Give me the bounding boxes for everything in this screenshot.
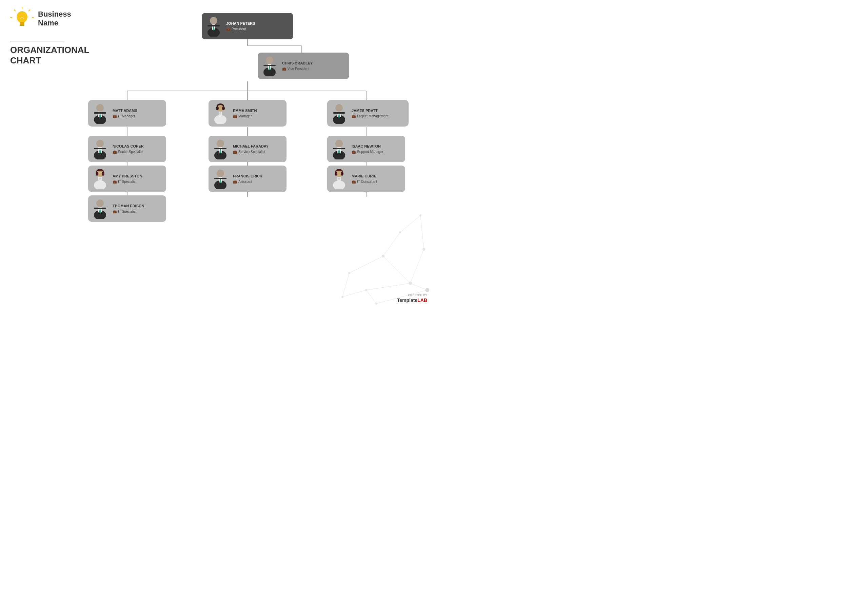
header: BusinessName — [10, 7, 71, 31]
node-info-johan: JOHAN PETERS 💼 President — [226, 21, 288, 31]
node-name-marie: MARIE CURIE — [352, 174, 400, 179]
svg-point-52 — [210, 17, 217, 25]
node-info-emma: EMMA SMITH 💼 Manager — [233, 109, 282, 118]
node-johan: JOHAN PETERS 💼 President — [202, 13, 293, 39]
node-role-isaac: 💼 Support Manager — [352, 150, 400, 154]
svg-point-57 — [266, 57, 273, 64]
avatar-chris — [260, 55, 279, 76]
template-label: Template — [397, 297, 417, 303]
avatar-michael — [211, 138, 229, 159]
svg-point-71 — [222, 106, 225, 110]
avatar-nicolas — [91, 138, 109, 159]
node-francis: FRANCIS CRICK 💼 Asisstant — [209, 166, 287, 192]
briefcase-icon-marie: 💼 — [352, 180, 356, 183]
svg-line-23 — [29, 10, 30, 11]
svg-line-25 — [14, 10, 15, 11]
briefcase-icon-chris: 💼 — [282, 67, 286, 71]
node-isaac: ISAAC NEWTON 💼 Support Manager — [327, 136, 405, 162]
node-info-thoman: THOMAN EDISON 💼 IT Specialist — [113, 204, 161, 213]
node-role-james: 💼 Project Management — [352, 114, 404, 118]
node-role-marie: 💼 IT Consultant — [352, 180, 400, 183]
node-info-matt: MATT ADAMS 💼 IT Manager — [113, 109, 161, 118]
svg-point-99 — [102, 172, 104, 176]
node-role-matt: 💼 IT Manager — [113, 114, 161, 118]
node-name-nicolas: NICOLAS COPER — [113, 144, 161, 149]
node-matt: MATT ADAMS 💼 IT Manager — [88, 100, 166, 126]
node-info-marie: MARIE CURIE 💼 IT Consultant — [352, 174, 400, 183]
svg-rect-89 — [214, 148, 226, 149]
briefcase-icon-matt: 💼 — [113, 114, 117, 118]
svg-point-62 — [96, 104, 104, 112]
node-role-michael: 💼 Service Specialist — [233, 150, 282, 154]
node-amy: AMY PRESSTON 💼 IT Specialist — [88, 166, 166, 192]
svg-point-27 — [17, 11, 28, 23]
node-role-francis: 💼 Asisstant — [233, 180, 282, 183]
avatar-isaac — [330, 138, 348, 159]
node-role-nicolas: 💼 Senior Specialist — [113, 150, 161, 154]
svg-point-85 — [217, 140, 224, 147]
briefcase-icon-james: 💼 — [352, 114, 356, 118]
svg-point-116 — [96, 199, 104, 207]
node-name-francis: FRANCIS CRICK — [233, 174, 282, 179]
briefcase-icon-amy: 💼 — [113, 180, 117, 183]
node-emma: EMMA SMITH 💼 Manager — [209, 100, 287, 126]
svg-rect-30 — [20, 25, 25, 26]
node-info-francis: FRANCIS CRICK 💼 Asisstant — [233, 174, 282, 183]
node-name-chris: CHRIS BRADLEY — [282, 61, 344, 65]
lab-label: LAB — [417, 297, 427, 303]
node-role-chris: 💼 Vice President — [282, 67, 344, 71]
svg-point-98 — [96, 172, 98, 176]
svg-point-75 — [335, 104, 343, 112]
node-info-chris: CHRIS BRADLEY 💼 Vice President — [282, 61, 344, 70]
svg-point-111 — [335, 172, 337, 176]
title-divider — [10, 41, 64, 41]
node-info-michael: MICHAEL FARADAY 💼 Service Specialist — [233, 144, 282, 153]
node-name-james: JAMES PRATT — [352, 109, 404, 113]
avatar-james — [330, 103, 348, 124]
node-name-emma: EMMA SMITH — [233, 109, 282, 113]
logo-bulb-icon — [10, 7, 34, 31]
avatar-matt — [91, 103, 109, 124]
node-name-johan: JOHAN PETERS — [226, 21, 288, 26]
avatar-emma — [211, 103, 229, 124]
svg-rect-28 — [20, 22, 25, 23]
node-name-thoman: THOMAN EDISON — [113, 204, 161, 208]
svg-point-90 — [335, 140, 343, 147]
node-marie: MARIE CURIE 💼 IT Consultant — [327, 166, 405, 192]
node-name-isaac: ISAAC NEWTON — [352, 144, 400, 149]
avatar-johan — [205, 16, 223, 37]
svg-rect-94 — [333, 148, 345, 149]
org-chart: JOHAN PETERS 💼 President CHRIS BRADLEY 💼… — [68, 7, 427, 297]
svg-rect-107 — [214, 178, 226, 179]
svg-rect-84 — [94, 148, 106, 149]
avatar-marie — [330, 168, 348, 189]
node-role-emma: 💼 Manager — [233, 114, 282, 118]
svg-point-103 — [217, 169, 224, 177]
node-nicolas: NICOLAS COPER 💼 Senior Specialist — [88, 136, 166, 162]
node-michael: MICHAEL FARADAY 💼 Service Specialist — [209, 136, 287, 162]
svg-rect-120 — [94, 208, 106, 209]
node-info-amy: AMY PRESSTON 💼 IT Specialist — [113, 174, 161, 183]
svg-rect-79 — [333, 112, 345, 113]
briefcase-icon-thoman: 💼 — [113, 210, 117, 213]
avatar-amy — [91, 168, 109, 189]
business-name: BusinessName — [38, 10, 71, 28]
node-james: JAMES PRATT 💼 Project Management — [327, 100, 409, 126]
node-role-thoman: 💼 IT Specialist — [113, 210, 161, 213]
node-name-amy: AMY PRESSTON — [113, 174, 161, 179]
svg-rect-61 — [264, 65, 276, 66]
briefcase-icon-isaac: 💼 — [352, 150, 356, 154]
avatar-thoman — [91, 198, 109, 219]
briefcase-icon-nicolas: 💼 — [113, 150, 117, 154]
avatar-francis — [211, 168, 229, 189]
briefcase-icon-johan: 💼 — [226, 27, 230, 31]
svg-point-112 — [341, 172, 344, 176]
svg-point-80 — [96, 140, 104, 147]
briefcase-icon-michael: 💼 — [233, 150, 237, 154]
briefcase-icon-emma: 💼 — [233, 114, 237, 118]
node-role-johan: 💼 President — [226, 27, 288, 31]
node-chris: CHRIS BRADLEY 💼 Vice President — [258, 53, 349, 79]
node-info-isaac: ISAAC NEWTON 💼 Support Manager — [352, 144, 400, 153]
svg-rect-56 — [208, 25, 220, 26]
node-info-nicolas: NICOLAS COPER 💼 Senior Specialist — [113, 144, 161, 153]
